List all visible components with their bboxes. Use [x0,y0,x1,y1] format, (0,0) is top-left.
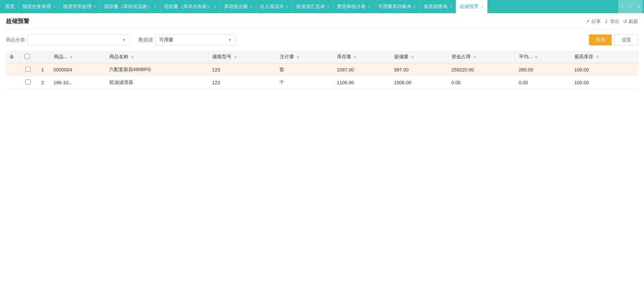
row-capital: 0.00 [448,76,515,89]
data-table: ⚙ 商品... ⇅ 商品名称 ⇅ 规格型号 ⇅ [6,51,638,89]
row-avg: 0.00 [515,76,571,89]
nav-arrow-close[interactable]: × [634,0,643,13]
nav-tab-stock-status[interactable]: 现存量（库存状况表） × [100,0,160,13]
export-icon: ⇩ [604,19,608,24]
table-header-row: ⚙ 商品... ⇅ 商品名称 ⇅ 规格型号 ⇅ [6,51,638,63]
export-button[interactable]: ⇩ 导出 [604,18,619,25]
row-checkbox-cell[interactable] [21,63,35,76]
row-name: 六配套新昌490BPG [106,63,209,76]
datasource-filter: 数据源 可用量 ▼ [139,34,236,45]
sort-icon: ⇅ [596,55,599,59]
table-row: 2 186-10... 机油滤清器 123 个 1106.00 1006.00 … [6,76,638,89]
close-icon[interactable]: × [368,4,370,9]
nav-tab-expiry[interactable]: 保质期查询 × [420,0,456,13]
close-icon[interactable]: × [53,4,55,9]
row-capital: 259220.00 [448,63,515,76]
th-name[interactable]: 商品名称 ⇅ [106,51,209,63]
table-body: 1 0000004 六配套新昌490BPG 123 套 1097.00 997.… [6,63,638,89]
close-icon[interactable]: × [327,4,329,9]
close-icon[interactable]: × [214,4,216,9]
refresh-button[interactable]: ↺ 刷新 [623,18,638,25]
datasource-select[interactable]: 可用量 ▼ [155,34,236,45]
sort-icon: ⇅ [131,55,134,59]
close-icon[interactable]: × [250,4,252,9]
nav-arrows: ‹ › × [618,0,643,13]
nav-tab-summary[interactable]: 收发存汇总表 × [293,0,333,13]
settings-button[interactable]: 设置 [615,34,638,45]
th-capital-label: 资金占用 [451,54,471,59]
nav-tab-available-stock[interactable]: 可用量库存账本 × [374,0,420,13]
nav-arrow-right[interactable]: › [626,0,634,13]
table-row: 1 0000004 六配套新昌490BPG 123 套 1097.00 997.… [6,63,638,76]
nav-tab-flow[interactable]: 出入库流水 × [256,0,292,13]
th-code[interactable]: 商品... ⇅ [50,51,106,63]
nav-tab-pick-task[interactable]: 拣货任务管理 × [19,0,59,13]
close-icon[interactable]: × [94,4,96,9]
row-num: 1 [35,63,50,76]
nav-tab-stock-batch[interactable]: 库存批次账 × [220,0,256,13]
th-spec[interactable]: 规格型号 ⇅ [209,51,276,63]
select-all-checkbox[interactable] [25,54,30,59]
chevron-down-icon: ▼ [228,38,232,42]
th-overstock[interactable]: 超储量 ⇅ [391,51,448,63]
th-maxstock[interactable]: 最高库存 ⇅ [571,51,638,63]
th-overstock-label: 超储量 [394,54,409,59]
filter-actions: 查询 设置 [589,34,638,45]
nav-tab-overstock[interactable]: 超储预警 × [456,0,487,13]
filter-row: 商品分类 ▼ 数据源 可用量 ▼ 查询 设置 [6,29,638,49]
row-num: 2 [35,76,50,89]
share-icon: ↗ [586,19,590,24]
th-row-num [35,51,50,63]
category-select[interactable]: ▼ [27,34,130,45]
nav-tab-order-stats[interactable]: 要货单统计表 × [333,0,374,13]
nav-tab-stock-dist[interactable]: 现存量（库存分布表） × [160,0,220,13]
th-avg[interactable]: 平均... ⇅ [515,51,571,63]
row-code: 186-10... [50,76,106,89]
category-filter: 商品分类 ▼ [6,34,130,45]
top-navigation: 首页 拣货任务管理 × 拣货异常处理 × 现存量（库存状况表） × 现存量（库存… [0,0,644,13]
row-spec: 123 [209,76,276,89]
th-capital[interactable]: 资金占用 ⇅ [448,51,515,63]
row-unit: 套 [276,63,333,76]
row-maxstock: 100.00 [571,76,638,89]
query-button[interactable]: 查询 [589,34,612,45]
close-icon[interactable]: × [286,4,288,9]
th-unit-label: 主计量 [280,54,294,59]
row-stock: 1106.00 [333,76,390,89]
nav-tab-pick-exception[interactable]: 拣货异常处理 × [59,0,100,13]
header-actions: ↗ 分享 ⇩ 导出 ↺ 刷新 [586,18,638,25]
row-spec: 123 [209,63,276,76]
th-checkbox[interactable] [21,51,35,63]
sort-icon: ⇅ [535,55,538,59]
close-icon[interactable]: × [154,4,156,9]
close-icon[interactable]: × [481,4,483,9]
page-header: 超储预警 ↗ 分享 ⇩ 导出 ↺ 刷新 [6,13,638,29]
row-checkbox-cell[interactable] [21,76,35,89]
close-icon[interactable]: × [414,4,416,9]
row-checkbox[interactable] [25,67,30,72]
sort-icon: ⇅ [411,55,414,59]
row-checkbox[interactable] [25,79,30,85]
row-code: 0000004 [50,63,106,76]
th-unit[interactable]: 主计量 ⇅ [276,51,333,63]
chevron-down-icon: ▼ [122,38,126,42]
row-avg: 260.00 [515,63,571,76]
th-code-label: 商品... [54,54,67,59]
page-content: 超储预警 ↗ 分享 ⇩ 导出 ↺ 刷新 商品分类 ▼ 数据源 [0,13,644,293]
close-icon[interactable]: × [450,4,452,9]
row-overstock: 1006.00 [391,76,448,89]
datasource-label: 数据源 [139,37,153,43]
row-settings-cell [6,63,21,76]
row-settings-cell [6,76,21,89]
share-button[interactable]: ↗ 分享 [586,18,601,25]
category-label: 商品分类 [6,37,25,43]
row-stock: 1097.00 [333,63,390,76]
sort-icon: ⇅ [70,55,73,59]
th-settings[interactable]: ⚙ [6,51,21,63]
nav-arrow-left[interactable]: ‹ [618,0,626,13]
th-stock[interactable]: 库存量 ⇅ [333,51,390,63]
nav-tab-home[interactable]: 首页 [1,0,19,13]
sort-icon: ⇅ [354,55,356,59]
refresh-icon: ↺ [623,19,627,24]
th-spec-label: 规格型号 [212,54,231,59]
